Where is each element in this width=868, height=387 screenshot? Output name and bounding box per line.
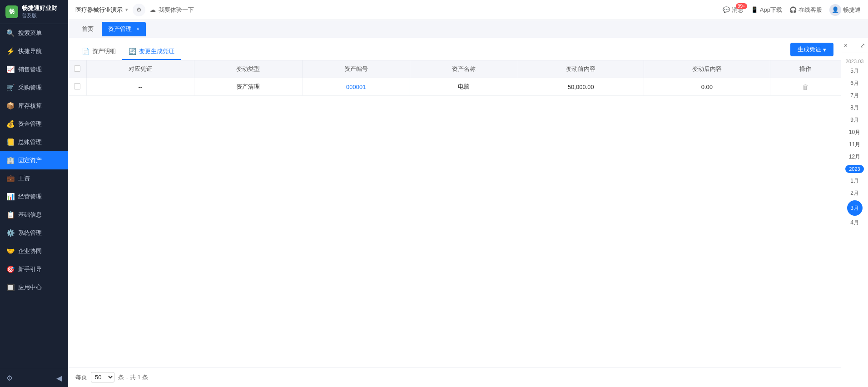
app-version: 普及版 [22, 12, 57, 19]
app-title-block: 畅捷通好业财 普及版 [22, 5, 57, 19]
timeline-month[interactable]: 10月 [846, 127, 863, 138]
collapse-icon[interactable]: ◀ [56, 374, 62, 382]
tab-bar: 首页资产管理× [68, 20, 868, 38]
timeline-year-badge[interactable]: 2023 [845, 165, 863, 173]
sidebar-item-search[interactable]: 🔍 搜索菜单 [0, 24, 68, 42]
timeline-month[interactable]: 12月 [846, 151, 863, 163]
timeline-month[interactable]: 2月 [846, 188, 863, 199]
th-变动类型: 变动类型 [194, 60, 303, 78]
row-change-type: 资产清理 [194, 78, 303, 96]
timeline-month[interactable]: 3月 [847, 200, 863, 216]
sub-tab-asset-detail[interactable]: 📄 资产明细 [75, 44, 122, 60]
sub-tab-change-voucher[interactable]: 🔄 变更生成凭证 [122, 44, 181, 60]
company-selector[interactable]: 医疗器械行业演示 ▾ [75, 6, 128, 14]
delete-row-icon[interactable]: 🗑 [802, 83, 809, 91]
select-all-checkbox[interactable] [74, 65, 80, 72]
sidebar-label-inventory: 库存核算 [18, 102, 42, 110]
timeline-month[interactable]: 8月 [846, 102, 863, 114]
close-panel-icon[interactable]: × [844, 42, 848, 49]
app-logo-icon: 畅 [5, 5, 18, 18]
sidebar-item-apps[interactable]: 🔲 应用中心 [0, 278, 68, 297]
sidebar-item-salary[interactable]: 💼 工资 [0, 169, 68, 188]
sidebar-item-funds[interactable]: 💰 资金管理 [0, 115, 68, 133]
tab-asset-mgmt[interactable]: 资产管理× [102, 22, 146, 36]
basic-icon: 📋 [6, 211, 15, 219]
app-download-button[interactable]: 📱 App下载 [751, 6, 782, 14]
sales-icon: 📈 [6, 65, 15, 74]
sub-tab-bar: 📄 资产明细 🔄 变更生成凭证 生成凭证 ▾ [68, 38, 841, 60]
tab-label-home: 首页 [82, 25, 94, 33]
asset-detail-subtab-icon: 📄 [82, 48, 89, 55]
sidebar-footer: ⚙ ◀ [0, 369, 68, 387]
th-操作: 操作 [770, 60, 841, 78]
apps-icon: 🔲 [6, 283, 15, 292]
fixed-icon: 🏢 [6, 156, 15, 164]
purchase-icon: 🛒 [6, 84, 15, 92]
sidebar-item-coop[interactable]: 🤝 企业协同 [0, 242, 68, 260]
row-voucher: -- [86, 78, 194, 96]
notifications-badge: 99+ [736, 3, 747, 9]
sidebar-item-quicknav[interactable]: ⚡ 快捷导航 [0, 42, 68, 60]
tab-home[interactable]: 首页 [75, 22, 100, 36]
sidebar-item-basic[interactable]: 📋 基础信息 [0, 206, 68, 224]
sidebar-label-ops: 经营管理 [18, 193, 42, 201]
sidebar-label-quicknav: 快捷导航 [18, 47, 42, 55]
table-select-all-header [68, 60, 86, 78]
th-变动前内容: 变动前内容 [518, 60, 644, 78]
sidebar-header: 畅 畅捷通好业财 普及版 [0, 0, 68, 24]
generate-label: 生成凭证 [798, 45, 821, 54]
sidebar-label-search: 搜索菜单 [18, 29, 42, 37]
timeline-month[interactable]: 11月 [846, 139, 863, 150]
row-after-content: 0.00 [644, 78, 770, 96]
sidebar-label-purchase: 采购管理 [18, 84, 42, 92]
sidebar-item-fixed[interactable]: 🏢 固定资产 [0, 151, 68, 169]
notifications-button[interactable]: 💬 消息 99+ [723, 6, 744, 14]
timeline-month[interactable]: 6月 [846, 78, 863, 89]
change-voucher-subtab-icon: 🔄 [129, 48, 136, 55]
funds-icon: 💰 [6, 120, 15, 128]
sidebar-label-ledger: 总账管理 [18, 138, 42, 146]
sidebar-item-ops[interactable]: 📊 经营管理 [0, 188, 68, 206]
salary-icon: 💼 [6, 174, 15, 183]
settings-button[interactable]: ⚙ [133, 4, 145, 16]
ledger-icon: 📒 [6, 138, 15, 146]
timeline-scroll[interactable]: 2023.03 5月6月7月8月9月10月11月12月20231月2月3月4月 [841, 53, 868, 387]
th-对应凭证: 对应凭证 [86, 60, 194, 78]
expand-panel-icon[interactable]: ⤢ [860, 42, 865, 49]
content-with-panel: 📄 资产明细 🔄 变更生成凭证 生成凭证 ▾ [68, 38, 868, 387]
total-label: 条，共 1 条 [118, 373, 148, 382]
right-panel: × ⤢ 2023.03 5月6月7月8月9月10月11月12月20231月2月3… [841, 38, 868, 387]
row-checkbox-cell [68, 78, 86, 96]
sidebar-item-inventory[interactable]: 📦 库存核算 [0, 97, 68, 115]
tab-close-asset-mgmt[interactable]: × [136, 26, 139, 32]
sidebar-label-fixed: 固定资产 [18, 156, 42, 164]
asset-change-table: 对应凭证变动类型资产编号资产名称变动前内容变动后内容操作 -- 资产清理 000… [68, 60, 841, 96]
guide-icon: 🎯 [6, 265, 15, 273]
sidebar-item-sales[interactable]: 📈 销售管理 [0, 60, 68, 79]
app-name: 畅捷通好业财 [22, 5, 57, 12]
row-checkbox[interactable] [74, 83, 80, 89]
generate-voucher-button[interactable]: 生成凭证 ▾ [790, 43, 833, 56]
settings-icon[interactable]: ⚙ [6, 374, 13, 382]
sidebar-item-purchase[interactable]: 🛒 采购管理 [0, 79, 68, 97]
sidebar-item-ledger[interactable]: 📒 总账管理 [0, 133, 68, 151]
right-panel-header: × ⤢ [841, 38, 868, 53]
search-icon: 🔍 [6, 29, 15, 37]
sidebar-item-guide[interactable]: 🎯 新手引导 [0, 260, 68, 278]
experience-button[interactable]: ☁ 我要体验一下 [150, 6, 194, 14]
support-button[interactable]: 🎧 在线客服 [789, 6, 822, 14]
page-size-select[interactable]: 102050100 [91, 372, 114, 382]
timeline-month[interactable]: 7月 [846, 90, 863, 101]
phone-icon: 📱 [751, 6, 758, 13]
timeline-month[interactable]: 9月 [846, 114, 863, 126]
timeline-month[interactable]: 5月 [846, 65, 863, 77]
message-icon: 💬 [723, 6, 730, 13]
pagination-bar: 每页 102050100 条，共 1 条 [68, 367, 841, 387]
sidebar-item-system[interactable]: ⚙️ 系统管理 [0, 224, 68, 242]
topbar-right: 💬 消息 99+ 📱 App下载 🎧 在线客服 👤 畅捷通 [723, 4, 861, 16]
inventory-icon: 📦 [6, 102, 15, 110]
user-button[interactable]: 👤 畅捷通 [829, 4, 861, 16]
timeline-month[interactable]: 4月 [846, 217, 863, 228]
sidebar-label-salary: 工资 [18, 174, 30, 183]
timeline-month[interactable]: 1月 [846, 175, 863, 187]
